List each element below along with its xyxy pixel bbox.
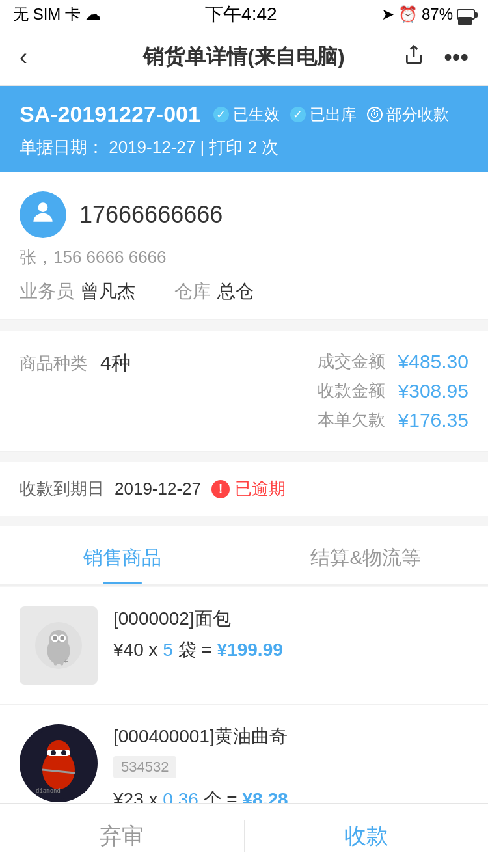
badge-shipped-label: 已出库 [310,104,357,125]
category-label: 商品种类 [20,352,87,375]
header-banner: SA-20191227-001 ✓ 已生效 ✓ 已出库 ⏱ 部分收款 单据日期：… [0,86,488,172]
svg-text:+: + [64,657,68,665]
print-separator: | 打印 [200,137,247,157]
check-icon-1: ✓ [213,107,229,122]
arrears-value: ¥176.35 [398,409,468,431]
person-icon [29,198,57,232]
customer-row: 17666666666 [20,191,468,238]
sales-name: 曾凡杰 [81,279,135,304]
received-value: ¥308.95 [398,380,468,402]
due-section: 收款到期日 2019-12-27 ! 已逾期 [0,462,488,516]
location-icon: ➤ [381,5,394,23]
transaction-value: ¥485.30 [398,351,468,373]
svg-point-8 [60,636,64,640]
badge-partial-label: 部分收款 [386,104,449,125]
page-title: 销货单详情(来自电脑) [143,43,344,72]
product-sku-2: 534532 [113,756,176,778]
product-thumbnail-2: diamond [20,724,98,802]
order-date: 2019-12-27 [109,137,195,157]
date-label: 单据日期： [20,137,104,157]
svg-rect-16 [47,750,70,756]
share-button[interactable] [403,44,424,71]
svg-point-18 [61,750,66,755]
price-equals-1: = [201,640,217,660]
battery-icon [457,9,475,20]
stats-row: 商品种类 4种 成交金额 ¥485.30 收款金额 ¥308.95 本单欠款 ¥… [20,350,468,431]
badge-active-label: 已生效 [233,104,280,125]
customer-phone: 17666666666 [79,201,223,228]
bottom-bar: 弃审 收款 [0,803,488,868]
badge-partial: ⏱ 部分收款 [367,104,449,125]
svg-point-1 [38,202,48,212]
tab-active-indicator [103,582,142,584]
status-right: ➤ ⏰ 87% [381,5,475,23]
badge-active: ✓ 已生效 [213,104,280,125]
product-price-row-1: ¥40 x 5 袋 = ¥199.99 [113,638,468,662]
stats-section: 商品种类 4种 成交金额 ¥485.30 收款金额 ¥308.95 本单欠款 ¥… [0,331,488,452]
tab2-label: 结算&物流等 [310,547,421,568]
tab-settlement[interactable]: 结算&物流等 [244,526,488,584]
nav-bar: ‹ 销货单详情(来自电脑) ••• [0,29,488,86]
status-left: 无 SIM 卡 ☁ [13,4,101,25]
customer-meta: 业务员 曾凡杰 仓库 总仓 [20,279,468,304]
more-button[interactable]: ••• [444,44,468,71]
tabs-row: 销售商品 结算&物流等 [0,526,488,584]
amount-stats: 成交金额 ¥485.30 收款金额 ¥308.95 本单欠款 ¥176.35 [318,350,468,431]
cancel-button[interactable]: 弃审 [0,803,244,869]
warehouse-meta: 仓库 总仓 [174,279,254,304]
transaction-row: 成交金额 ¥485.30 [318,350,468,373]
overdue-icon: ! [211,480,230,498]
transaction-label: 成交金额 [318,350,385,373]
due-date-value: 2019-12-27 [115,479,201,499]
svg-text:diamond: diamond [36,787,61,794]
product-thumbnail-1: + [20,606,98,685]
customer-avatar [20,191,66,238]
customer-section: 17666666666 张，156 6666 6666 业务员 曾凡杰 仓库 总… [0,172,488,320]
price-unit-1: ¥40 [113,640,144,660]
confirm-button[interactable]: 收款 [245,803,489,869]
overdue-badge: ! 已逾期 [211,478,286,500]
banner-row2: 单据日期： 2019-12-27 | 打印 2 次 [20,136,468,159]
signal-text: 无 SIM 卡 ☁ [13,4,101,25]
sales-label: 业务员 [20,279,74,304]
svg-point-17 [51,750,56,755]
product-name-1: [0000002]面包 [113,606,468,631]
total-price-1: ¥199.99 [217,640,283,660]
arrears-row: 本单欠款 ¥176.35 [318,409,468,431]
status-badges: ✓ 已生效 ✓ 已出库 ⏱ 部分收款 [213,104,449,125]
tab-sales-goods[interactable]: 销售商品 [0,526,244,584]
badge-shipped: ✓ 已出库 [290,104,357,125]
received-row: 收款金额 ¥308.95 [318,379,468,402]
status-time: 下午4:42 [205,2,277,27]
svg-rect-10 [54,662,57,666]
category-stats: 商品种类 4种 [20,350,131,377]
due-label: 收款到期日 [20,478,104,500]
category-count: 4种 [100,350,131,377]
print-unit: 次 [262,137,278,157]
banner-row1: SA-20191227-001 ✓ 已生效 ✓ 已出库 ⏱ 部分收款 [20,102,468,127]
order-id: SA-20191227-001 [20,102,200,127]
product-info-1: [0000002]面包 ¥40 x 5 袋 = ¥199.99 [113,606,468,662]
svg-rect-11 [60,662,63,666]
product-item-1: + [0000002]面包 ¥40 x 5 袋 = ¥199.99 [0,587,488,705]
customer-contact: 张，156 6666 6666 [20,246,468,269]
alarm-icon: ⏰ [398,5,418,23]
clock-icon: ⏱ [367,107,383,122]
product-name-2: [000400001]黄油曲奇 [113,724,468,749]
status-bar: 无 SIM 卡 ☁ 下午4:42 ➤ ⏰ 87% [0,0,488,29]
sales-meta: 业务员 曾凡杰 [20,279,135,304]
back-button[interactable]: ‹ [20,44,59,71]
tab1-label: 销售商品 [83,547,161,568]
nav-actions: ••• [403,44,468,71]
price-multiply-1: x [149,640,163,660]
battery-text: 87% [422,5,453,23]
print-count: 2 [248,137,257,157]
warehouse-label: 仓库 [174,279,211,304]
warehouse-name: 总仓 [217,279,254,304]
svg-point-7 [53,636,57,640]
product-info-2: [000400001]黄油曲奇 534532 ¥23 x 0.36 个 = ¥8… [113,724,468,812]
overdue-text: 已逾期 [235,478,286,500]
quantity-val-1: 5 [163,640,173,660]
products-section: + [0000002]面包 ¥40 x 5 袋 = ¥199.99 [0,587,488,832]
tabs-section: 销售商品 结算&物流等 [0,526,488,586]
